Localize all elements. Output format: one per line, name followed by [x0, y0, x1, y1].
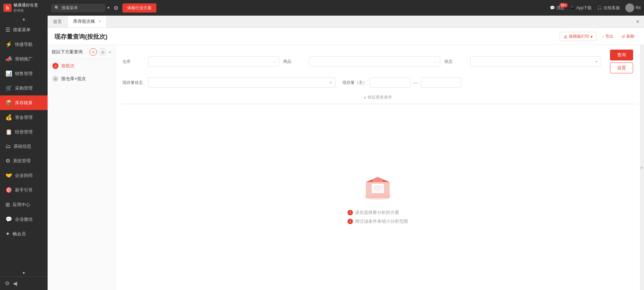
hint2-number: 2: [348, 219, 353, 224]
sidebar-item-system[interactable]: ⚙ 系统管理: [0, 153, 48, 168]
purchase-icon: 🛒: [5, 85, 12, 91]
empty-hint-1: 1 请先选择要分析的方案: [348, 210, 408, 216]
filter-sidebar-collapse[interactable]: «: [108, 49, 111, 55]
filter-add-button[interactable]: +: [89, 48, 97, 56]
operation-icon: 📋: [5, 129, 12, 135]
status-label: 状态: [444, 59, 468, 65]
warehouse-input-group: ···: [148, 56, 279, 67]
filter-item-label2: 按仓库+批次: [61, 76, 86, 82]
filter-item-icon: ⊙: [52, 63, 58, 69]
marketing-icon: 📣: [5, 56, 12, 62]
app-download-button[interactable]: 📱 App下载: [570, 5, 592, 11]
content-area: 首页 库存批次账 × × 现存量查询(按批次) 🖨 按模板打印 ▾ ↑ 导出: [48, 16, 644, 290]
filter-settings-button[interactable]: ⊙: [99, 48, 106, 56]
user-profile[interactable]: Rit: [625, 3, 641, 12]
export-icon: ↑: [602, 34, 604, 39]
printer-icon: 🖨: [563, 34, 567, 39]
try-industry-button[interactable]: 体验行业方案: [122, 3, 156, 13]
panel-close-button[interactable]: ×: [631, 16, 644, 28]
conditions-panel: 仓库 ··· 商品 ···: [116, 45, 640, 290]
filter-sidebar: 按以下方案查询 + ⊙ « ⊙ 按批次 ⊙ 按仓库+批次: [48, 45, 116, 290]
sidebar-item-label: 系统管理: [13, 158, 31, 164]
app-logo: b 畅康通好生意 标准版: [3, 3, 51, 13]
tabs-bar: 首页 库存批次账 × ×: [48, 16, 644, 28]
product-label: 商品: [283, 59, 307, 65]
status-select[interactable]: ▼: [470, 56, 601, 67]
sidebar-item-member[interactable]: ✦ 畅会员: [0, 226, 48, 241]
refresh-icon: ↺: [622, 34, 625, 39]
messages-button[interactable]: 💬 消息 99+: [550, 5, 564, 11]
warehouse-more-icon[interactable]: ···: [270, 59, 279, 64]
headset-icon: 🎧: [597, 5, 602, 10]
sidebar-settings-icon[interactable]: ⚙: [5, 280, 10, 287]
stock-status-select[interactable]: ▼: [148, 77, 336, 88]
settings-button[interactable]: 设置: [610, 62, 633, 73]
sidebar-item-enterprise[interactable]: 🤝 企业协同: [0, 168, 48, 183]
empty-illustration: [357, 170, 398, 204]
sidebar-scroll-down[interactable]: ▼: [0, 270, 48, 276]
status-chevron-icon: ▼: [595, 60, 598, 64]
collapse-trigger[interactable]: ∧ 收起更多条件: [122, 92, 633, 104]
stock-qty-from-input[interactable]: [373, 80, 407, 85]
refresh-button[interactable]: ↺ 刷新: [619, 32, 637, 41]
stock-qty-to-input[interactable]: [424, 80, 458, 85]
warehouse-label: 仓库: [122, 59, 146, 65]
tab-close-icon[interactable]: ×: [99, 19, 101, 24]
stock-status-label: 现存量状态: [122, 80, 146, 86]
sidebar-item-label: 采购管理: [15, 85, 33, 91]
sidebar-item-inventory[interactable]: 📦 库存核算: [0, 95, 48, 110]
filter-item-by-batch[interactable]: ⊙ 按批次: [48, 59, 115, 72]
search-placeholder: 搜索菜单: [62, 5, 78, 11]
hint1-text: 请先选择要分析的方案: [355, 210, 399, 216]
sidebar-item-label: 基础信息: [14, 143, 31, 149]
app-download-label: App下载: [576, 5, 592, 11]
sidebar-item-purchase[interactable]: 🛒 采购管理: [0, 81, 48, 95]
online-service-button[interactable]: 🎧 在线客服: [597, 5, 620, 11]
topbar-gear-icon[interactable]: ⚙: [112, 5, 120, 11]
warehouse-input[interactable]: [149, 59, 270, 64]
sidebar-item-search[interactable]: ☰ 搜索菜单: [0, 22, 48, 37]
sidebar-collapse-icon[interactable]: ◀: [13, 280, 17, 287]
page-title: 现存量查询(按批次): [54, 33, 107, 41]
print-button[interactable]: 🖨 按模板打印 ▾: [560, 32, 596, 41]
empty-hints: 1 请先选择要分析的方案 2 用过滤条件来缩小分析范围: [348, 210, 408, 224]
product-more-icon[interactable]: ···: [431, 59, 440, 64]
query-button[interactable]: 查询: [610, 50, 633, 60]
stock-qty-dash: —: [413, 80, 418, 85]
tab-inventory-batch[interactable]: 库存批次账 ×: [68, 16, 107, 28]
tab-home[interactable]: 首页: [48, 16, 68, 28]
sidebar-item-marketing[interactable]: 📣 营销推广: [0, 52, 48, 66]
sidebar-item-label: 经营管理: [15, 129, 33, 135]
filter-item-by-warehouse-batch[interactable]: ⊙ 按仓库+批次: [48, 72, 115, 85]
sidebar-item-weixin[interactable]: 💬 企业微信: [0, 212, 48, 226]
sidebar-item-label: 营销推广: [15, 56, 33, 62]
sidebar-item-label: 快捷导航: [15, 41, 33, 48]
sidebar-item-label: 库存核算: [15, 100, 33, 106]
topbar-search-box[interactable]: 🔍 搜索菜单: [51, 4, 105, 12]
main-section: 按以下方案查询 + ⊙ « ⊙ 按批次 ⊙ 按仓库+批次: [48, 45, 644, 290]
sidebar-item-quicknav[interactable]: ⚡ 快捷导航: [0, 37, 48, 52]
sidebar-item-basic[interactable]: 🗂 基础信息: [0, 139, 48, 153]
export-button[interactable]: ↑ 导出: [599, 32, 616, 41]
weixin-icon: 💬: [5, 216, 12, 222]
topbar-dropdown[interactable]: ▾: [107, 5, 109, 10]
refresh-label: 刷新: [626, 34, 634, 39]
empty-state: 1 请先选择要分析的方案 2 用过滤条件来缩小分析范围: [116, 104, 640, 290]
product-input[interactable]: [309, 59, 430, 64]
sidebar-item-finance[interactable]: 💰 资金管理: [0, 110, 48, 125]
online-service-label: 在线客服: [604, 5, 620, 11]
sidebar-item-operation[interactable]: 📋 经营管理: [0, 125, 48, 139]
sidebar-item-apps[interactable]: ⊞ 应用中心: [0, 197, 48, 212]
search-menu-icon: ☰: [5, 26, 10, 33]
logo-icon: b: [3, 4, 12, 12]
sidebar-item-newbie[interactable]: 🎯 新手引导: [0, 183, 48, 197]
right-scroll-icon[interactable]: ▶: [641, 165, 644, 170]
basic-icon: 🗂: [5, 143, 11, 149]
collapse-label: 收起更多条件: [368, 94, 392, 100]
search-icon: 🔍: [54, 5, 60, 10]
sidebar-item-sales[interactable]: 📊 销售管理: [0, 66, 48, 81]
sidebar-scroll-up[interactable]: ▲: [0, 16, 48, 22]
sidebar-item-label: 应用中心: [13, 202, 30, 208]
print-label: 按模板打印: [569, 34, 589, 39]
quicknav-icon: ⚡: [5, 41, 12, 48]
